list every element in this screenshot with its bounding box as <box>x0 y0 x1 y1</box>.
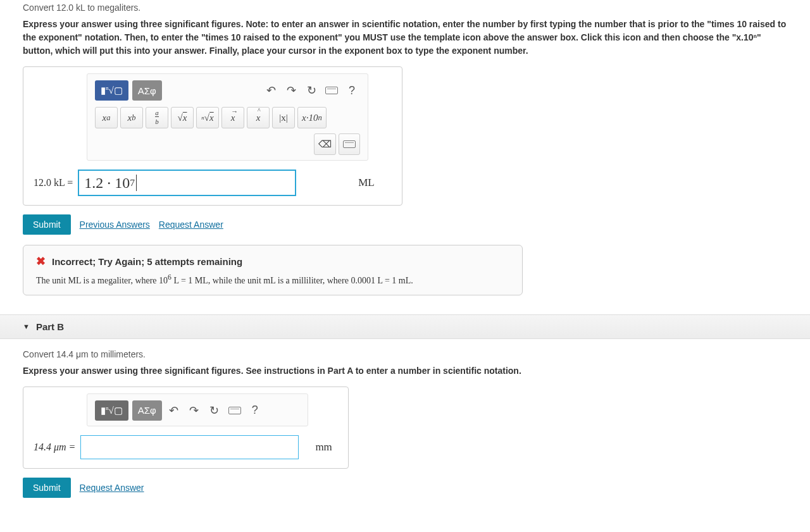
sqrt-button[interactable]: √x <box>171 107 194 128</box>
feedback-head-text: Incorrect; Try Again; 5 attempts remaini… <box>52 256 242 267</box>
nroot-button[interactable]: n√x <box>196 107 219 128</box>
partA-answer-card: ▮n√▢ ΑΣφ ↶ ↷ ↻ ? xa xb ab √x n√x x→ x^ <box>23 66 402 206</box>
partB-prompt-text: Convert 14.4 μm to millimeters. <box>23 349 146 359</box>
keyboard-toggle-button[interactable] <box>339 133 360 155</box>
partB-instruction-text: Express your answer using three signific… <box>23 366 521 376</box>
partB-lhs: 14.4 μm = <box>34 442 75 453</box>
partA-toolbar: ▮n√▢ ΑΣφ ↶ ↷ ↻ ? xa xb ab √x n√x x→ x^ <box>87 73 368 161</box>
partA-unit: ML <box>358 176 375 189</box>
partB-toolbar: ▮n√▢ ΑΣφ ↶ ↷ ↻ ? <box>87 393 308 426</box>
partB-keyboard-icon[interactable] <box>227 402 243 419</box>
partB-help-icon[interactable]: ? <box>247 402 263 419</box>
partB-header-label: Part B <box>36 321 64 332</box>
partB-redo-icon[interactable]: ↷ <box>186 402 202 419</box>
abs-button[interactable]: |x| <box>272 107 295 128</box>
sci-notation-button[interactable]: x·10n <box>297 107 327 128</box>
partA-prompt: Convert 12.0 kL to megaliters. <box>23 3 787 13</box>
partA-lhs: 12.0 kL = <box>34 177 73 189</box>
partB-header[interactable]: ▼ Part B <box>0 314 810 339</box>
feedback-box: ✖ Incorrect; Try Again; 5 attempts remai… <box>23 245 523 295</box>
partA-answer-base: 1.2 · 10 <box>84 175 130 192</box>
partB-answer-row: 14.4 μm = mm <box>30 435 342 459</box>
text-cursor <box>136 175 137 191</box>
previous-answers-link[interactable]: Previous Answers <box>80 220 150 230</box>
partA-request-answer-link[interactable]: Request Answer <box>159 220 223 230</box>
partB-reset-icon[interactable]: ↻ <box>206 402 223 419</box>
backspace-button[interactable]: ⌫ <box>314 133 336 155</box>
partB-answer-input[interactable] <box>80 435 299 459</box>
greek-tab[interactable]: ΑΣφ <box>132 80 162 101</box>
help-icon[interactable]: ? <box>344 82 360 99</box>
partA-submit-button[interactable]: Submit <box>23 214 71 235</box>
partB-templates-tab[interactable]: ▮n√▢ <box>95 400 128 421</box>
partB-greek-label: ΑΣφ <box>138 405 156 416</box>
undo-icon[interactable]: ↶ <box>263 82 279 99</box>
partB-submit-button[interactable]: Submit <box>23 478 71 498</box>
partA-instruction-text: Express your answer using three signific… <box>23 19 786 56</box>
feedback-heading: ✖ Incorrect; Try Again; 5 attempts remai… <box>36 254 509 268</box>
partB-answer-card: ▮n√▢ ΑΣφ ↶ ↷ ↻ ? 14.4 μm = mm <box>23 387 349 469</box>
partB-greek-tab[interactable]: ΑΣφ <box>132 400 162 421</box>
fraction-button[interactable]: ab <box>146 107 168 128</box>
partA-answer-input[interactable]: 1.2 · 107 <box>78 170 296 196</box>
partB-undo-icon[interactable]: ↶ <box>166 402 182 419</box>
collapse-caret-icon: ▼ <box>23 323 30 330</box>
subscript-button[interactable]: xb <box>120 107 143 128</box>
partB-request-answer-link[interactable]: Request Answer <box>80 483 144 493</box>
feedback-body: The unit ML is a megaliter, where 106 L … <box>36 273 509 286</box>
superscript-button[interactable]: xa <box>95 107 118 128</box>
partB-unit: mm <box>315 441 332 454</box>
partB-button-row: Submit Request Answer <box>23 478 787 498</box>
partB-instruction: Express your answer using three signific… <box>23 364 787 378</box>
partB-prompt: Convert 14.4 μm to millimeters. <box>23 349 787 359</box>
greek-tab-label: ΑΣφ <box>138 85 156 96</box>
partA-answer-exp: 7 <box>130 177 135 189</box>
partA-button-row: Submit Previous Answers Request Answer <box>23 214 787 235</box>
incorrect-icon: ✖ <box>36 254 46 268</box>
partA-answer-row: 12.0 kL = 1.2 · 107 ML <box>30 170 396 196</box>
hat-button[interactable]: x^ <box>247 107 270 128</box>
formula-button-row: xa xb ab √x n√x x→ x^ |x| x·10n <box>95 107 360 128</box>
partA-prompt-text: Convert 12.0 kL to megaliters. <box>23 3 140 13</box>
keyboard-icon[interactable] <box>323 82 340 99</box>
reset-icon[interactable]: ↻ <box>303 82 320 99</box>
partA-instruction: Express your answer using three signific… <box>23 18 787 58</box>
redo-icon[interactable]: ↷ <box>283 82 299 99</box>
templates-tab[interactable]: ▮n√▢ <box>95 80 128 101</box>
vector-button[interactable]: x→ <box>221 107 244 128</box>
